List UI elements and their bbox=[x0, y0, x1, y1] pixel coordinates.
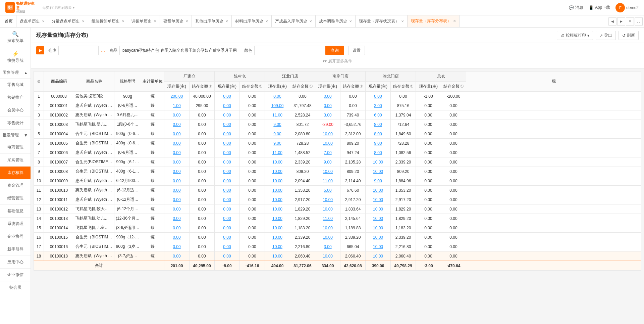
user-profile[interactable]: E demo2 bbox=[615, 3, 639, 12]
table-row: 6 00100005 合生元（BIOSTIME）… 400g（0-6… 罐 0.… bbox=[34, 139, 641, 148]
tab-close-icon[interactable]: ✕ bbox=[401, 19, 404, 23]
sidebar: 🔍 搜索英单 ⚡ 快捷导航 零售管理 ▲ 零售商城 营销推广 会员中心 零售统计… bbox=[0, 28, 31, 324]
tab-close-icon[interactable]: ✕ bbox=[453, 19, 456, 23]
cell-total-qty: 0.00 bbox=[416, 251, 441, 261]
tab-order[interactable]: 要货单历史 ✕ bbox=[160, 15, 192, 28]
refresh-btn[interactable]: ↺ 刷新 bbox=[619, 31, 639, 40]
cell-spec: 400g（6-1… bbox=[114, 167, 141, 176]
tab-other-out[interactable]: 其他出库单历史 ✕ bbox=[192, 15, 232, 28]
info-icon[interactable]: ① bbox=[360, 84, 363, 89]
tab-inventory-check[interactable]: 盘点单历史 ✕ bbox=[16, 15, 48, 28]
tab-assembly[interactable]: 组装拆卸单历史 ✕ bbox=[88, 15, 128, 28]
warehouse-more-btn[interactable]: … bbox=[101, 48, 105, 53]
sidebar-item-base-info[interactable]: 基础信息 bbox=[0, 205, 31, 218]
cell-total-qty: 0.00 bbox=[416, 129, 441, 139]
sidebar-item-retail-stats[interactable]: 零售统计 bbox=[0, 117, 31, 130]
filter-toggle-btn[interactable]: ▶ bbox=[36, 46, 44, 54]
cell-name: 爱他美 卤茨3段 bbox=[74, 92, 114, 101]
info-icon[interactable]: ① bbox=[460, 84, 464, 89]
table-row: 15 00100014 飞鹤星飞帆 儿童奶粉 4… (3-6岁适用… 罐 0.0… bbox=[34, 223, 641, 233]
cell-name: 合生元（BIOSTIME）… bbox=[74, 242, 114, 251]
table-row: 13 00100012 飞鹤星飞帆 较大婴儿配… (6-12个月… 罐 0.00… bbox=[34, 204, 641, 214]
expand-more-btn[interactable]: ▾▾ 展开更多条件 bbox=[36, 57, 639, 65]
sidebar-item-app-center[interactable]: 应用中心 bbox=[0, 256, 31, 269]
cell-unit: 罐 bbox=[141, 223, 164, 233]
search-btn[interactable]: 查询 bbox=[325, 46, 344, 55]
tab-material-out[interactable]: 材料出库单历史 ✕ bbox=[232, 15, 272, 28]
tab-nav-next[interactable]: ▶ bbox=[617, 17, 625, 26]
tab-cost-adjust[interactable]: 成本调整单历史 ✕ bbox=[316, 15, 356, 28]
table-row: 3 00100002 惠氏启赋（Wyeth illu… 0-6月婴儿… 罐 0.… bbox=[34, 110, 641, 120]
sidebar-item-retail-mall[interactable]: 零售商城 bbox=[0, 79, 31, 91]
tab-close-icon[interactable]: ✕ bbox=[349, 19, 352, 23]
tab-close-icon[interactable]: ✕ bbox=[225, 19, 228, 23]
sidebar-item-wholesale[interactable]: 批发管理 ▼ bbox=[0, 130, 31, 141]
sidebar-item-finance[interactable]: 资金管理 bbox=[0, 179, 31, 192]
cell-unit: 罐 bbox=[141, 186, 164, 195]
cell-current bbox=[466, 204, 641, 214]
industry-selector[interactable]: 母婴行业演示陈套 ▾ bbox=[42, 5, 75, 10]
sidebar-item-member[interactable]: 会员中心 bbox=[0, 104, 31, 117]
tab-close-icon[interactable]: ✕ bbox=[82, 19, 85, 23]
info-icon[interactable]: ① bbox=[209, 84, 212, 89]
sidebar-item-search[interactable]: 🔍 搜索英单 bbox=[0, 28, 31, 47]
sidebar-item-collab[interactable]: 企业协同 bbox=[0, 230, 31, 243]
sidebar-item-ecommerce[interactable]: 电商管理 bbox=[0, 141, 31, 154]
color-input[interactable] bbox=[254, 46, 321, 55]
footer-c3-qty: 494.00 bbox=[265, 261, 290, 271]
tab-close-icon[interactable]: ✕ bbox=[265, 19, 268, 23]
tab-close-icon[interactable]: ✕ bbox=[185, 19, 188, 23]
cell-seq: 2 bbox=[34, 101, 44, 110]
cell-unit: 罐 bbox=[141, 92, 164, 101]
cell-c1-qty: 0.00 bbox=[164, 223, 190, 233]
tab-close-icon[interactable]: ✕ bbox=[42, 19, 45, 23]
info-icon[interactable]: ① bbox=[259, 84, 263, 89]
info-icon[interactable]: ① bbox=[309, 84, 313, 89]
tab-transfer[interactable]: 调拨单历史 ✕ bbox=[128, 15, 160, 28]
product-input[interactable] bbox=[119, 46, 240, 55]
warehouse-input[interactable] bbox=[58, 46, 99, 55]
tab-qty-check[interactable]: 分量盘点单历史 ✕ bbox=[48, 15, 88, 28]
sidebar-item-wechat-work[interactable]: 企业微信 bbox=[0, 269, 31, 281]
cell-c4-qty: 3.00 bbox=[315, 242, 340, 251]
tab-stock-status[interactable]: 现存量（库存状况表） ✕ bbox=[356, 15, 408, 28]
sidebar-item-inventory[interactable]: 库存核算 bbox=[0, 167, 31, 179]
app-download-btn[interactable]: 📱 App下载 bbox=[589, 5, 610, 10]
sidebar-item-nav[interactable]: ⚡ 快捷导航 bbox=[0, 47, 31, 67]
message-btn[interactable]: 💬 消息 bbox=[569, 5, 583, 10]
settings-btn[interactable]: 设置 bbox=[348, 46, 365, 55]
cell-name: 合生元（BIOSTIME）… bbox=[74, 139, 114, 148]
cell-code: 00100005 bbox=[44, 139, 74, 148]
cell-c5-qty: 10.00 bbox=[366, 214, 391, 223]
cell-total-qty: 0.00 bbox=[416, 186, 441, 195]
sidebar-item-purchase[interactable]: 采购管理 bbox=[0, 154, 31, 167]
cell-spec: (0-6月适… bbox=[114, 101, 141, 110]
cell-current bbox=[466, 195, 641, 204]
tab-nav-prev[interactable]: ◀ bbox=[608, 17, 616, 26]
sidebar-item-guide[interactable]: 新手引导 bbox=[0, 243, 31, 256]
sidebar-item-system[interactable]: 系统管理 bbox=[0, 218, 31, 230]
tab-close-icon[interactable]: ✕ bbox=[154, 19, 156, 23]
tab-product-in[interactable]: 产成品入库单历史 ✕ bbox=[272, 15, 316, 28]
sidebar-item-member-plus[interactable]: 畅会员 bbox=[0, 281, 31, 294]
export-btn[interactable]: ↗ 导出 bbox=[596, 31, 616, 40]
tab-close-icon[interactable]: ✕ bbox=[122, 19, 124, 23]
sidebar-item-retail[interactable]: 零售管理 ▲ bbox=[0, 67, 31, 79]
cell-seq: 18 bbox=[34, 251, 44, 261]
cell-c4-amt: 1,189.88 bbox=[340, 223, 366, 233]
tab-close-icon[interactable]: ✕ bbox=[309, 19, 312, 23]
tab-nav-fullscreen[interactable]: ⛶ bbox=[635, 17, 643, 26]
sub-header-nanan-qty: 现存量(主) bbox=[315, 82, 340, 92]
tab-nav-close[interactable]: ✕ bbox=[626, 17, 634, 26]
gear-icon[interactable]: ⚙ bbox=[37, 79, 41, 84]
tab-home[interactable]: 首页 bbox=[1, 15, 16, 28]
sidebar-item-operation[interactable]: 经营管理 bbox=[0, 192, 31, 205]
tab-stock-dist[interactable]: 现存量（库存分布表） ✕ bbox=[408, 15, 460, 28]
cell-unit: 罐 bbox=[141, 176, 164, 186]
table-row: 7 00100006 惠氏启赋（Wyeth illu… (0-6月适… 罐 0.… bbox=[34, 148, 641, 157]
sidebar-item-marketing[interactable]: 营销推广 bbox=[0, 91, 31, 104]
cell-c3-amt: 0.00 bbox=[290, 92, 315, 101]
print-btn[interactable]: 🖨 按模板打印 ▾ bbox=[557, 31, 593, 40]
cell-c3-amt: 2,917.20 bbox=[290, 195, 315, 204]
info-icon[interactable]: ① bbox=[410, 84, 414, 89]
